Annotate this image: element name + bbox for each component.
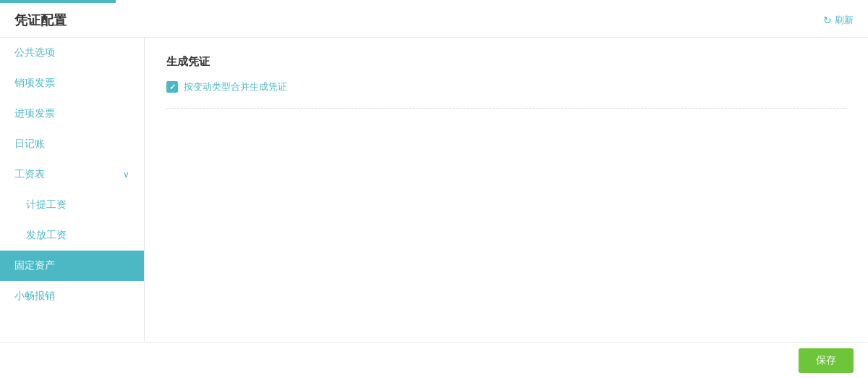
- sidebar-item-label: 公共选项: [14, 46, 55, 59]
- sidebar-item-label: 日记账: [14, 138, 45, 151]
- sidebar-item-journal[interactable]: 日记账: [0, 129, 144, 159]
- sidebar-item-label: 计提工资: [26, 198, 67, 211]
- top-progress-bar: [0, 0, 868, 3]
- section-title: 生成凭证: [166, 55, 846, 69]
- sidebar-item-label: 固定资产: [14, 259, 55, 272]
- sidebar-item-label: 工资表: [14, 168, 45, 181]
- chevron-down-icon: ∨: [123, 169, 129, 180]
- sidebar-item-sales-invoice[interactable]: 销项发票: [0, 68, 144, 98]
- save-button[interactable]: 保存: [799, 348, 854, 373]
- content-area: 生成凭证 按变动类型合并生成凭证: [145, 38, 868, 342]
- sidebar-item-label: 发放工资: [26, 229, 67, 242]
- refresh-button[interactable]: ↻ 刷新: [823, 14, 854, 27]
- refresh-label: 刷新: [835, 14, 854, 27]
- merge-by-type-checkbox[interactable]: [166, 81, 178, 93]
- sidebar-item-fixed-assets[interactable]: 固定资产: [0, 251, 144, 281]
- sidebar-item-payroll-table[interactable]: 工资表 ∨: [0, 159, 144, 190]
- checkbox-row: 按变动类型合并生成凭证: [166, 80, 846, 93]
- sidebar-item-public-options[interactable]: 公共选项: [0, 38, 144, 68]
- sidebar-item-label: 进项发票: [14, 107, 55, 120]
- sidebar-item-label: 销项发票: [14, 77, 55, 90]
- sidebar: 公共选项 销项发票 进项发票 日记账 工资表 ∨ 计提工资 发放工资 固定资产 …: [0, 38, 145, 342]
- sidebar-item-pay-wages[interactable]: 发放工资: [0, 220, 144, 251]
- sidebar-item-expense-reimbursement[interactable]: 小畅报销: [0, 281, 144, 311]
- sidebar-item-label: 小畅报销: [14, 290, 55, 303]
- refresh-icon: ↻: [823, 14, 832, 26]
- progress-indicator: [0, 0, 116, 3]
- checkbox-label: 按变动类型合并生成凭证: [184, 80, 287, 93]
- page-header: 凭证配置 ↻ 刷新: [0, 3, 868, 38]
- page-title: 凭证配置: [14, 12, 67, 29]
- sidebar-item-accrued-wages[interactable]: 计提工资: [0, 190, 144, 220]
- page-footer: 保存: [0, 342, 868, 378]
- sidebar-item-purchase-invoice[interactable]: 进项发票: [0, 98, 144, 129]
- main-content: 公共选项 销项发票 进项发票 日记账 工资表 ∨ 计提工资 发放工资 固定资产 …: [0, 38, 868, 342]
- section-divider: [166, 108, 846, 109]
